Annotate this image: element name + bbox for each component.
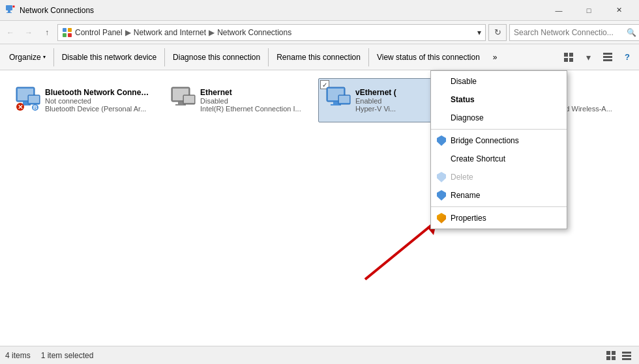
connection-status: Disabled [200, 97, 307, 105]
selection-count: 1 item selected [41, 351, 94, 360]
diagnose-button[interactable]: Diagnose this connection [166, 46, 267, 69]
svg-rect-5 [63, 28, 67, 32]
status-bar: 4 items 1 item selected [0, 346, 639, 364]
breadcrumb-item: Control Panel [75, 28, 123, 37]
view-icon [564, 53, 573, 62]
context-menu-diagnose[interactable]: Diagnose [431, 109, 567, 127]
list-item[interactable]: Ethernet Disabled Intel(R) Ethernet Conn… [163, 78, 313, 122]
view-status-button[interactable]: View status of this connection [370, 46, 486, 69]
connection-info: Ethernet Disabled Intel(R) Ethernet Conn… [200, 88, 307, 113]
toolbar-separator [368, 48, 369, 66]
forward-button[interactable]: → [21, 25, 37, 40]
connection-detail: Intel(R) Ethernet Connection I... [200, 105, 307, 113]
connection-icon [169, 85, 200, 116]
context-menu: Disable Status Diagnose Bridge Connectio… [430, 70, 567, 229]
organize-chevron-icon: ▾ [43, 54, 46, 60]
svg-rect-28 [178, 102, 183, 104]
diagnose-icon [436, 113, 447, 123]
split-view-button[interactable] [599, 48, 617, 66]
svg-rect-6 [68, 28, 72, 32]
svg-rect-11 [564, 58, 568, 62]
connection-icon [324, 85, 355, 116]
svg-rect-13 [603, 53, 612, 55]
context-menu-status[interactable]: Status [431, 91, 567, 109]
svg-rect-52 [622, 355, 631, 357]
delete-shield-icon [436, 172, 447, 182]
svg-rect-15 [603, 59, 612, 61]
svg-rect-10 [569, 53, 573, 57]
svg-rect-12 [569, 58, 573, 62]
svg-rect-1 [8, 10, 10, 12]
svg-rect-7 [63, 33, 67, 37]
minimize-button[interactable]: — [544, 0, 574, 21]
svg-rect-49 [606, 356, 610, 360]
connection-icon: ✕ B [14, 85, 45, 116]
list-item[interactable]: ✕ B Bluetooth Network Connection Not con… [8, 78, 158, 122]
breadcrumb-dropdown-icon: ▾ [477, 28, 481, 37]
toolbar-separator [53, 48, 54, 66]
svg-rect-21 [29, 96, 39, 103]
back-button[interactable]: ← [3, 25, 18, 40]
disable-button[interactable]: Disable this network device [55, 46, 163, 69]
context-menu-separator-2 [431, 206, 567, 207]
breadcrumb-item: Network and Internet [134, 28, 206, 37]
context-menu-properties[interactable]: Properties [431, 209, 567, 227]
svg-rect-53 [622, 358, 631, 360]
connection-detail: Bluetooth Device (Personal Ar... [45, 105, 152, 113]
svg-point-4 [13, 6, 14, 7]
toolbar: Organize ▾ Disable this network device D… [0, 44, 639, 70]
maximize-button[interactable]: □ [574, 0, 604, 21]
rename-shield-icon [436, 190, 447, 201]
toolbar-right: ▾ ? [559, 48, 636, 66]
svg-rect-9 [564, 53, 568, 57]
view-dropdown-button[interactable]: ▾ [579, 48, 597, 66]
svg-text:B: B [33, 104, 38, 111]
change-view-button[interactable] [559, 48, 578, 66]
tile-view-button[interactable] [604, 348, 618, 363]
shortcut-icon [436, 154, 447, 164]
bridge-shield-icon [436, 135, 447, 146]
context-menu-disable[interactable]: Disable [431, 72, 567, 91]
help-button[interactable]: ? [618, 48, 636, 66]
breadcrumb[interactable]: Control Panel ▶ Network and Internet ▶ N… [57, 24, 486, 41]
control-panel-icon [62, 27, 72, 38]
breadcrumb-item: Network Connections [217, 28, 291, 37]
svg-rect-50 [612, 356, 616, 360]
address-bar: ← → ↑ Control Panel ▶ Network and Intern… [0, 21, 639, 44]
svg-rect-2 [7, 12, 12, 13]
svg-rect-37 [339, 96, 349, 103]
window-controls: — □ ✕ [544, 0, 634, 21]
refresh-button[interactable]: ↻ [488, 24, 507, 41]
split-icon [603, 53, 612, 62]
context-menu-delete[interactable]: Delete [431, 168, 567, 186]
title-bar: Network Connections — □ ✕ [0, 0, 639, 21]
search-input[interactable] [509, 24, 639, 41]
context-menu-shortcut[interactable]: Create Shortcut [431, 150, 567, 168]
connection-name: Ethernet [200, 88, 307, 97]
close-button[interactable]: ✕ [604, 0, 634, 21]
context-menu-rename[interactable]: Rename [431, 186, 567, 204]
svg-rect-0 [6, 5, 12, 10]
more-toolbar-button[interactable]: » [486, 46, 504, 69]
connection-name: Bluetooth Network Connection [45, 88, 152, 97]
connection-info: Bluetooth Network Connection Not connect… [45, 88, 152, 113]
item-count: 4 items [5, 351, 31, 360]
svg-rect-14 [603, 56, 612, 58]
svg-rect-18 [23, 102, 28, 104]
connection-status: Not connected [45, 97, 152, 105]
properties-shield-icon [436, 213, 447, 223]
svg-rect-47 [606, 351, 610, 355]
window-title: Network Connections [20, 6, 544, 15]
up-button[interactable]: ↑ [39, 25, 55, 40]
svg-rect-51 [622, 352, 631, 354]
status-icon [436, 94, 447, 105]
rename-button[interactable]: Rename this connection [270, 46, 367, 69]
context-menu-bridge[interactable]: Bridge Connections [431, 132, 567, 150]
toolbar-separator [164, 48, 165, 66]
toolbar-separator [268, 48, 269, 66]
context-menu-separator [431, 129, 567, 130]
organize-button[interactable]: Organize ▾ [3, 46, 52, 69]
status-view-controls [604, 348, 634, 363]
list-view-button[interactable] [619, 348, 634, 363]
svg-rect-8 [68, 33, 72, 37]
